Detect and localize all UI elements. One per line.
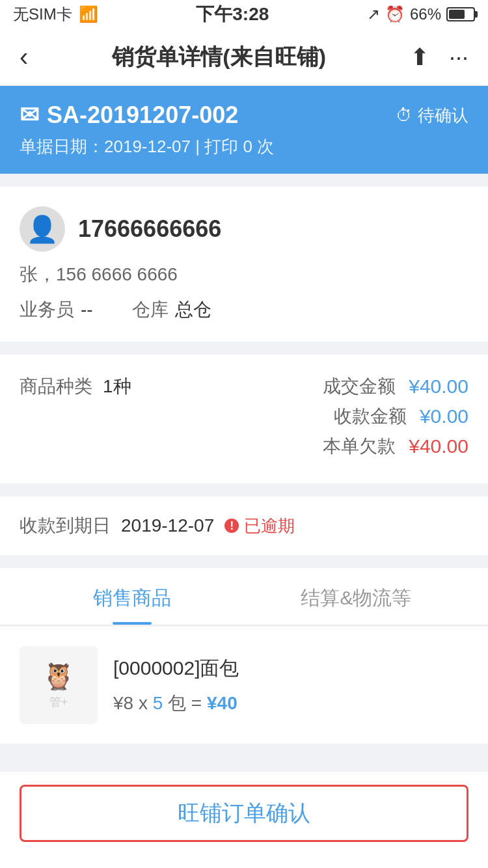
product-thumbnail: 🦉 管+ xyxy=(20,646,98,724)
summary-left: 商品种类 1种 xyxy=(20,374,131,399)
back-button[interactable]: ‹ xyxy=(20,42,28,72)
salesperson-label: 业务员 xyxy=(20,297,74,322)
summary-right: 成交金额 ¥40.00 收款金额 ¥0.00 本单欠款 ¥40.00 xyxy=(323,374,468,464)
share-icon[interactable]: ⬆ xyxy=(410,44,429,71)
location-icon: ↗ xyxy=(367,5,380,23)
battery-icon xyxy=(446,7,475,21)
avatar-icon: 👤 xyxy=(26,214,59,245)
print-text: 打印 0 次 xyxy=(204,137,274,156)
page-title: 销货单详情(来自旺铺) xyxy=(112,42,326,72)
amount-label: 成交金额 xyxy=(323,374,396,399)
product-quantity: 5 xyxy=(153,693,163,713)
alarm-icon: ⏰ xyxy=(385,5,405,23)
product-equals: = xyxy=(191,693,207,713)
warehouse-item: 仓库 总仓 xyxy=(132,297,211,322)
summary-row: 商品种类 1种 成交金额 ¥40.00 收款金额 ¥0.00 本单欠款 ¥40.… xyxy=(20,374,468,464)
customer-meta: 业务员 -- 仓库 总仓 xyxy=(20,297,468,322)
product-thumb-brand: 管+ xyxy=(49,694,68,710)
status-time: 下午3:28 xyxy=(196,2,269,27)
order-header-top: ✉ SA-20191207-002 ⏱ 待确认 xyxy=(20,102,468,129)
nav-bar: ‹ 销货单详情(来自旺铺) ⬆ ··· xyxy=(0,29,488,86)
product-list: 🦉 管+ [0000002]面包 ¥8 x 5 包 = ¥40 xyxy=(0,627,488,744)
warehouse-label: 仓库 xyxy=(132,297,169,322)
product-item: 🦉 管+ [0000002]面包 ¥8 x 5 包 = ¥40 xyxy=(0,627,488,744)
product-price: ¥8 xyxy=(113,693,133,713)
status-bar: 无SIM卡 📶 下午3:28 ↗ ⏰ 66% xyxy=(0,0,488,29)
overdue-dot-icon: ! xyxy=(224,519,239,533)
avatar: 👤 xyxy=(20,206,65,252)
confirm-order-button[interactable]: 旺铺订单确认 xyxy=(20,785,468,842)
order-envelope-icon: ✉ xyxy=(20,102,39,129)
status-left: 无SIM卡 📶 xyxy=(13,4,98,25)
order-number-text: SA-20191207-002 xyxy=(47,102,238,129)
product-unit: 包 xyxy=(168,693,186,713)
product-multiplier: x xyxy=(139,693,153,713)
customer-info: 张，156 6666 6666 xyxy=(20,262,468,287)
date-label: 单据日期： xyxy=(20,137,104,156)
warehouse-value: 总仓 xyxy=(175,297,211,322)
order-header: ✉ SA-20191207-002 ⏱ 待确认 单据日期：2019-12-07 … xyxy=(0,86,488,174)
product-details: [0000002]面包 ¥8 x 5 包 = ¥40 xyxy=(113,655,468,716)
carrier-label: 无SIM卡 xyxy=(13,4,72,25)
customer-top: 👤 17666666666 xyxy=(20,206,468,252)
tab-settlement-label: 结算&物流等 xyxy=(301,587,411,608)
overdue-exclamation: ! xyxy=(230,519,234,533)
customer-card: 👤 17666666666 张，156 6666 6666 业务员 -- 仓库 … xyxy=(0,187,488,342)
nav-actions: ⬆ ··· xyxy=(410,44,468,71)
date-separator: | xyxy=(195,137,204,156)
payment-row: 收款金额 ¥0.00 xyxy=(323,404,468,429)
wifi-icon: 📶 xyxy=(79,5,98,23)
owl-eyes: 🦉 xyxy=(42,661,75,692)
overdue-text: 已逾期 xyxy=(244,515,295,537)
summary-card: 商品种类 1种 成交金额 ¥40.00 收款金额 ¥0.00 本单欠款 ¥40.… xyxy=(0,355,488,483)
bottom-bar: 旺铺订单确认 xyxy=(0,772,488,868)
salesperson-item: 业务员 -- xyxy=(20,297,93,322)
customer-phone: 17666666666 xyxy=(78,215,221,243)
overdue-badge: ! 已逾期 xyxy=(224,515,295,537)
order-date-value: 2019-12-07 xyxy=(104,137,191,156)
more-icon[interactable]: ··· xyxy=(449,44,468,71)
due-date-card: 收款到期日 2019-12-07 ! 已逾期 xyxy=(0,496,488,555)
amount-value: ¥40.00 xyxy=(409,375,468,398)
debt-row: 本单欠款 ¥40.00 xyxy=(323,434,468,459)
status-right: ↗ ⏰ 66% xyxy=(367,5,475,23)
product-total: ¥40 xyxy=(207,693,237,713)
product-type-count: 1种 xyxy=(103,374,131,399)
tab-products[interactable]: 销售商品 xyxy=(20,568,244,625)
battery-fill xyxy=(449,10,465,19)
payment-value: ¥0.00 xyxy=(420,405,468,427)
payment-label: 收款金额 xyxy=(334,404,407,429)
salesperson-value: -- xyxy=(81,299,93,320)
status-text: 待确认 xyxy=(418,104,468,127)
battery-percent: 66% xyxy=(410,5,441,23)
order-date-row: 单据日期：2019-12-07 | 打印 0 次 xyxy=(20,135,468,158)
product-type: 商品种类 1种 xyxy=(20,374,131,399)
amount-row: 成交金额 ¥40.00 xyxy=(323,374,468,399)
product-name: [0000002]面包 xyxy=(113,655,468,682)
debt-value: ¥40.00 xyxy=(409,435,468,457)
tabs-container: 销售商品 结算&物流等 xyxy=(0,568,488,625)
debt-label: 本单欠款 xyxy=(323,434,396,459)
tab-settlement[interactable]: 结算&物流等 xyxy=(244,568,468,625)
product-calc: ¥8 x 5 包 = ¥40 xyxy=(113,691,468,716)
tabs: 销售商品 结算&物流等 xyxy=(0,568,488,625)
due-date-value: 2019-12-07 xyxy=(121,515,214,536)
order-status: ⏱ 待确认 xyxy=(396,104,468,127)
due-date-label: 收款到期日 xyxy=(20,513,111,538)
product-type-label: 商品种类 xyxy=(20,374,92,399)
product-owl-icon: 🦉 管+ xyxy=(42,661,75,710)
clock-icon: ⏱ xyxy=(396,105,413,126)
tab-products-label: 销售商品 xyxy=(93,587,171,608)
order-number: ✉ SA-20191207-002 xyxy=(20,102,238,129)
